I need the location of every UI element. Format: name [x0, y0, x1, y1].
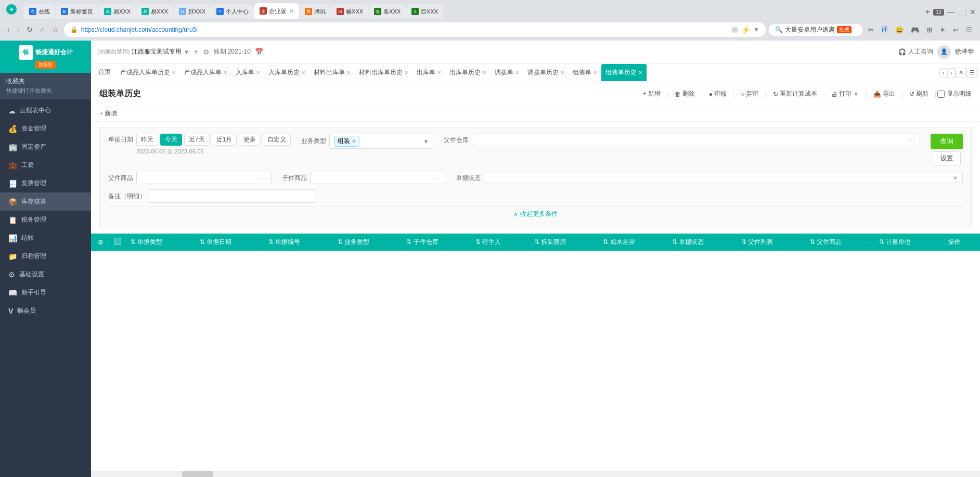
tab-in-order[interactable]: 入库单✕: [231, 64, 264, 81]
add-button[interactable]: + 新增: [637, 87, 665, 100]
tab-produce-in[interactable]: 产成品入库单✕: [180, 64, 231, 81]
child-product-input[interactable]: ···: [310, 172, 445, 184]
browser-tab[interactable]: 在 在线: [24, 4, 55, 19]
tabs-menu-icon[interactable]: ☰: [966, 68, 978, 78]
sidebar-item-archive[interactable]: 📁 归档管理: [0, 247, 91, 265]
game-icon[interactable]: 🎮: [908, 25, 922, 35]
query-button[interactable]: 查询: [931, 134, 963, 149]
minimize-button[interactable]: —: [947, 8, 955, 16]
tab-close-icon[interactable]: ✕: [437, 70, 441, 75]
unapprove-button[interactable]: ○ 弃审: [736, 87, 764, 100]
table-settings-col[interactable]: ⚙: [91, 234, 110, 251]
browser-tab-active[interactable]: 企 企业版 ✕: [254, 3, 299, 19]
translate-icon[interactable]: 译: [879, 24, 891, 35]
approve-button[interactable]: ● 审核: [704, 87, 732, 100]
parent-warehouse-input[interactable]: ···: [472, 134, 920, 146]
tab-close-icon[interactable]: ✕: [404, 70, 408, 75]
browser-tab[interactable]: 个 个人中心: [211, 4, 254, 19]
col-parent-product[interactable]: ⇅ 父件商品: [805, 234, 874, 251]
header-checkbox[interactable]: [114, 238, 121, 245]
apps-icon[interactable]: ⊞: [924, 25, 935, 35]
forward-button[interactable]: ›: [15, 23, 22, 36]
qr-icon[interactable]: ⊞: [732, 25, 738, 34]
show-detail-checkbox[interactable]: 显示明细: [937, 89, 972, 98]
tab-in-hist[interactable]: 入库单历史✕: [264, 64, 310, 81]
refresh-nav-button[interactable]: ↻: [24, 23, 35, 36]
tab-bundle[interactable]: 组装单✕: [569, 64, 601, 81]
export-button[interactable]: 📤 导出: [868, 87, 900, 100]
sidebar-item-finance[interactable]: 💰 资金管理: [0, 120, 91, 138]
tab-produce-in-hist[interactable]: 产成品入库单历史✕: [116, 64, 180, 81]
sidebar-item-cloud-report[interactable]: ☁ 云报表中心: [0, 101, 91, 120]
sidebar-item-invoice[interactable]: 🧾 发票管理: [0, 174, 91, 192]
dropdown-icon[interactable]: ▼: [753, 26, 759, 33]
col-order-status[interactable]: ⇅ 单据状态: [667, 234, 736, 251]
menu-icon[interactable]: ☰: [963, 25, 975, 35]
sidebar-item-fixed-asset[interactable]: 🏢 固定资产: [0, 138, 91, 156]
remove-tag-button[interactable]: ✕: [352, 138, 356, 144]
scrollbar-area[interactable]: [91, 471, 980, 477]
tab-transfer-hist[interactable]: 调拨单历史✕: [523, 64, 569, 81]
company-dropdown-icon[interactable]: ▼: [184, 49, 189, 55]
print-button[interactable]: 🖨 打印 ▼: [826, 87, 865, 100]
tabs-prev-arrow[interactable]: ‹: [939, 68, 948, 78]
tab-close-icon[interactable]: ✕: [172, 70, 176, 75]
sidebar-item-member[interactable]: V 畅会员: [0, 302, 91, 320]
browser-tab[interactable]: M 畅XXX: [331, 4, 368, 19]
recalculate-button[interactable]: ↻ 重新计算成本: [768, 87, 822, 100]
custom-btn[interactable]: 自定义: [263, 134, 291, 146]
add-company-button[interactable]: +: [194, 47, 198, 57]
undo-icon[interactable]: ↩: [950, 25, 961, 35]
bookmark-button[interactable]: ☆: [50, 23, 61, 36]
sidebar-item-guide[interactable]: 📖 新手引导: [0, 283, 91, 302]
col-handler[interactable]: ⇅ 经手人: [470, 234, 529, 251]
tab-close-icon[interactable]: ✕: [301, 70, 305, 75]
company-settings-button[interactable]: ⚙: [203, 48, 210, 56]
biz-dropdown-icon[interactable]: ▼: [423, 138, 429, 145]
more-btn[interactable]: 更多: [239, 134, 261, 146]
sidebar-item-payroll[interactable]: 💼 工资: [0, 156, 91, 174]
browser-tab[interactable]: 易 易XXX: [99, 4, 136, 19]
tab-transfer[interactable]: 调拨单✕: [491, 64, 523, 81]
tab-close-icon[interactable]: ✕: [346, 70, 351, 75]
browser-tab[interactable]: 好 好XXX: [174, 4, 211, 19]
col-unit[interactable]: ⇅ 计量单位: [874, 234, 943, 251]
tab-home[interactable]: 首页: [93, 63, 116, 82]
lightning-icon[interactable]: ⚡: [741, 25, 750, 34]
parent-product-input[interactable]: ···: [136, 172, 272, 184]
dots-icon[interactable]: ···: [259, 174, 267, 182]
show-detail-input[interactable]: [937, 91, 945, 98]
dots-icon[interactable]: ···: [433, 174, 441, 182]
browser-tab[interactable]: 新 新标签页: [56, 4, 98, 19]
col-cost-diff[interactable]: ⇅ 成本差异: [598, 234, 667, 251]
filter-settings-button[interactable]: 设置: [933, 151, 961, 165]
emoji-icon[interactable]: 😀: [893, 25, 906, 35]
search-box[interactable]: 🔍 大量安卓用户逃离 热搜: [769, 24, 862, 36]
home-nav-button[interactable]: ⌂: [38, 23, 46, 36]
tab-material-out-hist[interactable]: 材料出库单历史✕: [355, 64, 412, 81]
tab-close-icon[interactable]: ✕: [560, 70, 564, 75]
scissors-icon[interactable]: ✂: [866, 25, 876, 35]
company-selector[interactable]: (勿删勿禁用) 江西服宝测试专用 ▼: [97, 47, 189, 56]
tab-close-icon[interactable]: ✕: [223, 70, 227, 75]
sidebar-item-tax[interactable]: 📋 税务管理: [0, 211, 91, 229]
calendar-button[interactable]: 📅: [255, 48, 263, 56]
remark-input[interactable]: [149, 189, 315, 203]
sidebar-favorites[interactable]: 收藏夹 快捷键打开收藏夹: [0, 73, 91, 99]
close-button[interactable]: ✕: [970, 8, 976, 16]
dots-icon[interactable]: ···: [908, 136, 915, 144]
col-number[interactable]: ⇅ 单据编号: [263, 234, 332, 251]
refresh-button[interactable]: ↺ 刷新: [904, 87, 934, 100]
consult-btn[interactable]: 🎧 人工咨询: [898, 47, 933, 56]
table-check-col[interactable]: [110, 234, 125, 251]
browser-tab[interactable]: 易 易XXX: [136, 4, 173, 19]
tab-close-icon[interactable]: ✕: [593, 70, 597, 75]
tab-close-icon[interactable]: ✕: [482, 70, 486, 75]
tab-close-icon-active[interactable]: ✕: [638, 70, 642, 75]
delete-button[interactable]: 🗑 删除: [669, 87, 700, 100]
col-type[interactable]: ⇅ 单据类型: [125, 234, 195, 251]
address-input[interactable]: 🔒 https://cloud.chanjet.com/accounting/u…: [64, 22, 766, 37]
col-disassemble-fee[interactable]: ⇅ 拆装费用: [529, 234, 598, 251]
order-status-dropdown[interactable]: ▼: [484, 173, 963, 183]
brightness-icon[interactable]: ☀: [937, 25, 948, 35]
